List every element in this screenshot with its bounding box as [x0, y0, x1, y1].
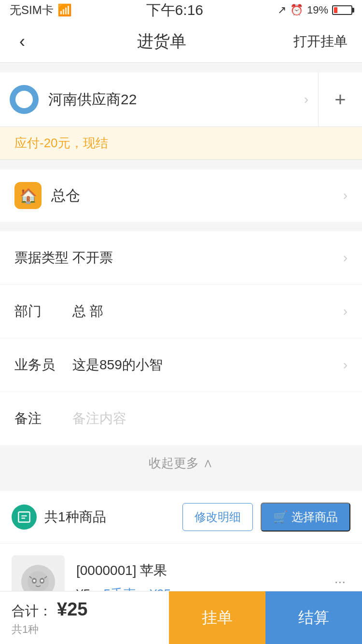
ticket-type-chevron-icon: › [343, 250, 348, 266]
supplier-section: 河南供应商22 › + [0, 72, 362, 127]
collapse-bar[interactable]: 收起更多 ∧ [0, 445, 362, 481]
total-label: 合计： [12, 602, 52, 620]
ticket-type-row[interactable]: 票据类型 不开票 › [0, 231, 362, 285]
sales-rep-row[interactable]: 业务员 这是859的小智 › [0, 338, 362, 392]
section-gap-3 [0, 222, 362, 231]
remark-input[interactable]: 备注内容 [72, 409, 348, 428]
hang-button[interactable]: 挂单 [169, 591, 265, 644]
battery-icon [332, 5, 352, 15]
select-icon: 🛒 [273, 510, 288, 524]
location-icon: ↗ [278, 4, 286, 16]
total-value: 25 [67, 599, 87, 619]
sales-rep-label: 业务员 [14, 356, 72, 374]
avatar-inner [15, 91, 33, 108]
warehouse-chevron-icon: › [343, 188, 348, 203]
supplier-avatar [10, 85, 39, 114]
department-label: 部门 [14, 302, 72, 321]
section-gap-1 [0, 63, 362, 72]
total-currency: ¥ [57, 599, 67, 619]
ticket-type-value: 不开票 [72, 249, 338, 267]
carrier-label: 无SIM卡 [10, 2, 54, 18]
total-sub: 共1种 [12, 622, 157, 637]
wifi-icon: 📶 [57, 3, 72, 17]
product-title: 苹果 [140, 563, 167, 578]
svg-rect-0 [18, 512, 29, 522]
open-pending-button[interactable]: 打开挂单 [293, 32, 348, 51]
chevron-right-icon: › [304, 92, 308, 107]
department-row[interactable]: 部门 总 部 › [0, 285, 362, 338]
svg-point-4 [33, 580, 36, 582]
products-count: 共1种商品 [44, 508, 182, 526]
battery-fill [334, 7, 337, 13]
section-gap-2 [0, 160, 362, 169]
remark-row[interactable]: 备注 备注内容 [0, 392, 362, 445]
product-name: [0000001] 苹果 [76, 561, 330, 580]
select-product-button[interactable]: 🛒 选择商品 [261, 503, 350, 532]
supplier-selector[interactable]: 河南供应商22 › [0, 72, 319, 126]
svg-point-5 [41, 580, 43, 582]
sales-rep-chevron-icon: › [343, 357, 348, 373]
checkout-button[interactable]: 结算 [265, 591, 362, 644]
page-title: 进货单 [137, 30, 186, 53]
product-code: [0000001] [76, 563, 137, 578]
status-bar-right: ↗ ⏰ 19% [278, 4, 352, 16]
status-bar: 无SIM卡 📶 下午6:16 ↗ ⏰ 19% [0, 0, 362, 20]
warehouse-icon: 🏠 [14, 182, 42, 209]
total-section: 合计： ¥25 共1种 [0, 591, 169, 644]
warehouse-name: 总仓 [51, 186, 338, 206]
svg-point-1 [28, 571, 49, 592]
bottom-bar: 合计： ¥25 共1种 挂单 结算 [0, 591, 362, 644]
form-section: 票据类型 不开票 › 部门 总 部 › 业务员 这是859的小智 › 备注 备注… [0, 231, 362, 445]
select-label: 选择商品 [292, 509, 338, 525]
battery-percent: 19% [307, 4, 328, 16]
warehouse-section[interactable]: 🏠 总仓 › [0, 169, 362, 222]
nav-bar: ‹ 进货单 打开挂单 [0, 20, 362, 63]
modify-detail-button[interactable]: 修改明细 [182, 503, 253, 531]
department-value: 总 部 [72, 302, 338, 321]
total-main: 合计： ¥25 [12, 599, 157, 620]
back-button[interactable]: ‹ [14, 27, 30, 56]
status-bar-time: 下午6:16 [146, 0, 203, 20]
products-header: 共1种商品 修改明细 🛒 选择商品 [0, 491, 362, 543]
alarm-icon: ⏰ [290, 4, 303, 16]
ticket-type-label: 票据类型 [14, 249, 72, 267]
supplier-name: 河南供应商22 [48, 90, 299, 110]
total-amount: ¥25 [57, 599, 87, 620]
department-chevron-icon: › [343, 304, 348, 319]
notice-bar: 应付-20元，现结 [0, 127, 362, 160]
remark-label: 备注 [14, 409, 72, 428]
products-icon [12, 504, 37, 530]
status-bar-left: 无SIM卡 📶 [10, 2, 72, 18]
add-supplier-button[interactable]: + [319, 72, 362, 126]
sales-rep-value: 这是859的小智 [72, 356, 338, 374]
